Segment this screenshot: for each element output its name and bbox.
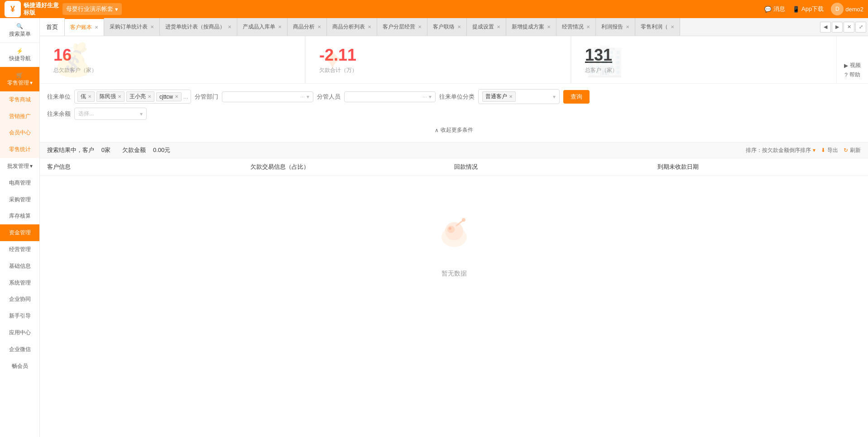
sidebar-item-retail-mall[interactable]: 零售商城 [0, 91, 39, 108]
sort-label: 排序：按欠款金额倒序排序 [746, 147, 811, 154]
sidebar-item-marketing[interactable]: 营销推广 [0, 108, 39, 125]
sidebar-item-app-center[interactable]: 应用中心 [0, 324, 39, 341]
tab-customer-connect[interactable]: 客户联络 ✕ [427, 18, 467, 36]
tab-close-accounts[interactable]: ✕ [95, 25, 98, 30]
tab-prev-btn[interactable]: ◀ [820, 22, 831, 33]
tab-close-purchase[interactable]: ✕ [150, 24, 154, 29]
tab-close-retail-profit[interactable]: ✕ [671, 24, 674, 29]
sidebar-item-basic-info[interactable]: 基础信息 [0, 258, 39, 275]
tab-close-connect[interactable]: ✕ [457, 24, 461, 29]
remainder-dropdown-icon: ▾ [140, 111, 143, 117]
filter-tag-wa-close[interactable]: ✕ [88, 94, 91, 99]
tab-customer-segment[interactable]: 客户分层经营 ✕ [377, 18, 427, 36]
filter-more-tags[interactable]: ... [183, 94, 188, 100]
dropdown-icon: ▾ [115, 6, 118, 13]
export-icon: ⬇ [821, 147, 825, 153]
tab-raise-settings[interactable]: 提成设置 ✕ [467, 18, 506, 36]
tab-retail-profit[interactable]: 零售利润（ ✕ [635, 18, 680, 36]
tab-purchase-order[interactable]: 采购订单统计表 ✕ [104, 18, 160, 36]
filter-tag-cjttcw[interactable]: cjttcw ✕ [156, 92, 182, 101]
sidebar-item-retail-mgmt[interactable]: 🛒 零售管理 ▾ [0, 67, 39, 91]
sidebar-item-search[interactable]: 🔍 搜索菜单 [0, 18, 39, 43]
filter-dept-select[interactable]: ··· ▾ [222, 91, 313, 102]
filter-tag-cjttcw-close[interactable]: ✕ [175, 94, 178, 99]
tab-close-profit[interactable]: ✕ [626, 24, 629, 29]
filter-tag-wang-close[interactable]: ✕ [148, 94, 151, 99]
tab-close-raise[interactable]: ✕ [497, 24, 500, 29]
tab-home[interactable]: 首页 [40, 18, 65, 36]
result-sort[interactable]: 排序：按欠款金额倒序排序 ▾ [746, 147, 815, 154]
filter-tag-chen[interactable]: 陈民强 ✕ [96, 91, 125, 102]
content-area: 首页 客户账本 ✕ 采购订单统计表 ✕ 进货单统计表（按商品） ✕ 产成品入库单… [40, 18, 868, 437]
tab-next-btn[interactable]: ▶ [832, 22, 843, 33]
filter-dept-input[interactable] [226, 94, 298, 100]
tab-close-biz[interactable]: ✕ [586, 24, 590, 29]
logo-icon: ¥ [5, 1, 21, 17]
refresh-btn[interactable]: ↻ 刷新 [844, 147, 861, 154]
unit-class-dropdown-icon: ▾ [553, 94, 556, 100]
tab-goods-analysis[interactable]: 商品分析 ✕ [288, 18, 327, 36]
table-col-due-date: 到期未收款日期 [657, 163, 861, 171]
tab-cost-in[interactable]: 产成品入库单 ✕ [237, 18, 288, 36]
query-button[interactable]: 查询 [563, 90, 590, 104]
export-btn[interactable]: ⬇ 导出 [821, 147, 838, 154]
message-btn[interactable]: 💬 消息 [764, 5, 785, 13]
app-download-btn[interactable]: 📱 App下载 [792, 5, 824, 13]
user-btn[interactable]: D demo2 [831, 3, 863, 15]
unit-tag-container[interactable]: 佤 ✕ 陈民强 ✕ 王小亮 ✕ [74, 90, 191, 104]
collapse-row: ∧ 收起更多条件 [47, 124, 861, 137]
tab-business-status[interactable]: 经营情况 ✕ [556, 18, 596, 36]
tab-close-stock[interactable]: ✕ [228, 24, 231, 29]
tab-close-btn[interactable]: ✕ [844, 22, 854, 33]
filter-tag-wa[interactable]: 佤 ✕ [77, 91, 95, 102]
filter-unit-class-select[interactable]: 普通客户 ✕ ▾ [478, 89, 560, 104]
sidebar-item-ecommerce[interactable]: 电商管理 [0, 175, 39, 191]
sidebar-item-operations[interactable]: 经营管理 [0, 241, 39, 258]
sidebar-item-member-center[interactable]: 会员中心 [0, 124, 39, 141]
filter-tag-wang[interactable]: 王小亮 ✕ [126, 91, 154, 102]
sidebar-item-finance[interactable]: 资金管理 [0, 224, 39, 241]
sidebar-item-inventory[interactable]: 库存核算 [0, 208, 39, 224]
help-icon: ? [844, 72, 848, 78]
filter-remainder-select[interactable]: 选择... ▾ [74, 108, 147, 120]
tab-goods-analysis-list[interactable]: 商品分析列表 ✕ [327, 18, 377, 36]
sidebar-item-enterprise-wx[interactable]: 企业微信 [0, 341, 39, 358]
sidebar-item-purchase-mgmt[interactable]: 采购管理 [0, 191, 39, 208]
sidebar-item-wholesale-mgmt[interactable]: 批发管理 ▾ [0, 158, 39, 175]
collapse-btn[interactable]: ∧ 收起更多条件 [435, 126, 473, 134]
table-col-repayment: 回款情况 [454, 163, 657, 171]
dept-dropdown-icon: ▾ [307, 94, 309, 100]
sidebar-item-retail-stats[interactable]: 零售统计 [0, 141, 39, 158]
sidebar-item-corp-collab[interactable]: 企业协同 [0, 291, 39, 308]
workspace-selector[interactable]: 母婴行业演示帐套 ▾ [62, 3, 122, 15]
video-icon: ▶ [844, 62, 848, 69]
sidebar-item-quick-nav[interactable]: ⚡ 快捷导航 [0, 43, 39, 67]
tab-close-goods-list[interactable]: ✕ [368, 24, 371, 29]
filter-unit-class-close[interactable]: ✕ [509, 94, 513, 99]
help-btn[interactable]: ? 帮助 [844, 71, 860, 79]
download-icon: 📱 [792, 6, 800, 13]
filter-unit-class-tag[interactable]: 普通客户 ✕ [482, 91, 516, 102]
filter-tag-chen-close[interactable]: ✕ [118, 94, 121, 99]
filter-person-select[interactable]: ··· ▾ [344, 91, 436, 102]
sidebar-item-member-vip[interactable]: 畅会员 [0, 358, 39, 375]
empty-svg [434, 212, 475, 253]
filter-person-input[interactable] [348, 94, 421, 100]
tab-close-goods[interactable]: ✕ [317, 24, 321, 29]
card1-bg-icon: 💰 [53, 41, 93, 78]
sidebar-item-sys-mgmt[interactable]: 系统管理 [0, 275, 39, 291]
tab-close-plan[interactable]: ✕ [547, 24, 551, 29]
sidebar-item-new-guide[interactable]: 新手引导 [0, 308, 39, 324]
page-content: 💰 16 总欠款客户（家） ✦ -2.11 欠款合计（万） 🏢 131 [40, 36, 868, 437]
tab-close-cost[interactable]: ✕ [278, 24, 282, 29]
video-help-btn[interactable]: ▶ 视频 [844, 62, 861, 69]
tab-close-segment[interactable]: ✕ [418, 24, 422, 29]
result-bar: 搜索结果中，客户 0家 欠款金额 0.00元 排序：按欠款金额倒序排序 ▾ [40, 142, 868, 158]
filter-row-1: 往来单位 佤 ✕ 陈民强 ✕ 王小亮 [47, 89, 861, 104]
tab-profit-report[interactable]: 利润报告 ✕ [596, 18, 635, 36]
tab-stock-stats[interactable]: 进货单统计表（按商品） ✕ [160, 18, 237, 36]
tab-accounts[interactable]: 客户账本 ✕ [65, 18, 104, 36]
table-col-customer: 客户信息 [47, 163, 250, 171]
tab-expand-btn[interactable]: ⤢ [855, 22, 866, 33]
tab-new-raise-plan[interactable]: 新增提成方案 ✕ [506, 18, 556, 36]
